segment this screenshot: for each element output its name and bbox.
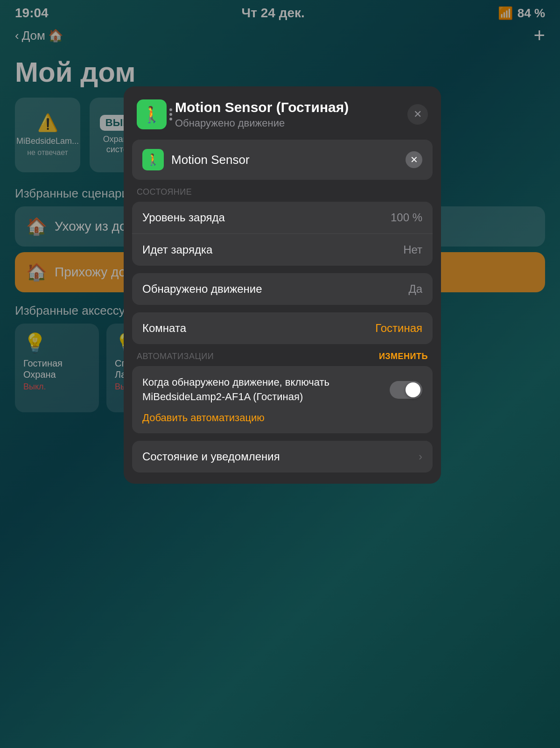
modal-header: 🚶 Motion Sensor (Гостиная) Обнаружено дв…: [124, 86, 441, 140]
modal-motion-icon: 🚶: [142, 105, 161, 124]
charging-value: Нет: [403, 243, 422, 256]
modal-sensor-icon-wrap: 🚶: [137, 99, 167, 129]
sensor-name-icon: 🚶: [142, 149, 164, 170]
charge-value: 100 %: [391, 211, 422, 224]
sensor-name-row[interactable]: 🚶 Motion Sensor ✕: [132, 140, 433, 180]
automation-row: Когда обнаружено движение, включать MiBe…: [142, 375, 422, 404]
charging-label: Идет зарядка: [142, 243, 212, 256]
modal-title: Motion Sensor (Гостиная): [175, 99, 399, 115]
state-row-charge: Уровень заряда 100 %: [132, 202, 433, 234]
automations-block: Когда обнаружено движение, включать MiBe…: [132, 366, 433, 433]
notifications-row[interactable]: Состояние и уведомления ›: [132, 441, 433, 473]
modal-title-block: Motion Sensor (Гостиная) Обнаружено движ…: [175, 99, 399, 129]
automations-header: АВТОМАТИЗАЦИИ ИЗМЕНИТЬ: [124, 352, 441, 361]
modal-close-button[interactable]: ✕: [407, 104, 428, 125]
room-row: Комната Гостиная: [132, 312, 433, 344]
charge-label: Уровень заряда: [142, 211, 225, 224]
automation-text: Когда обнаружено движение, включать MiBe…: [142, 375, 382, 404]
room-value: Гостиная: [375, 322, 422, 335]
motion-detected-row: Обнаружено движение Да: [132, 273, 433, 305]
notifications-chevron-icon: ›: [419, 450, 422, 463]
motion-detected-label: Обнаружено движение: [142, 282, 262, 296]
add-automation-button[interactable]: Добавить автоматизацию: [142, 412, 422, 424]
automations-label: АВТОМАТИЗАЦИИ: [137, 352, 214, 361]
signal-dots: [169, 108, 172, 120]
room-label: Комната: [142, 322, 186, 335]
state-section-label: СОСТОЯНИЕ: [124, 187, 441, 197]
notifications-label: Состояние и уведомления: [142, 450, 280, 463]
toggle-thumb: [406, 382, 420, 397]
state-row-charging: Идет зарядка Нет: [132, 234, 433, 266]
motion-detected-value: Да: [408, 282, 422, 296]
automations-change-button[interactable]: ИЗМЕНИТЬ: [379, 352, 428, 361]
state-block: Уровень заряда 100 % Идет зарядка Нет: [132, 202, 433, 266]
modal-subtitle: Обнаружено движение: [175, 117, 399, 129]
remove-sensor-button[interactable]: ✕: [406, 151, 422, 168]
automation-toggle[interactable]: [390, 381, 422, 399]
sensor-name-text: Motion Sensor: [171, 153, 398, 167]
modal: 🚶 Motion Sensor (Гостиная) Обнаружено дв…: [124, 86, 441, 484]
